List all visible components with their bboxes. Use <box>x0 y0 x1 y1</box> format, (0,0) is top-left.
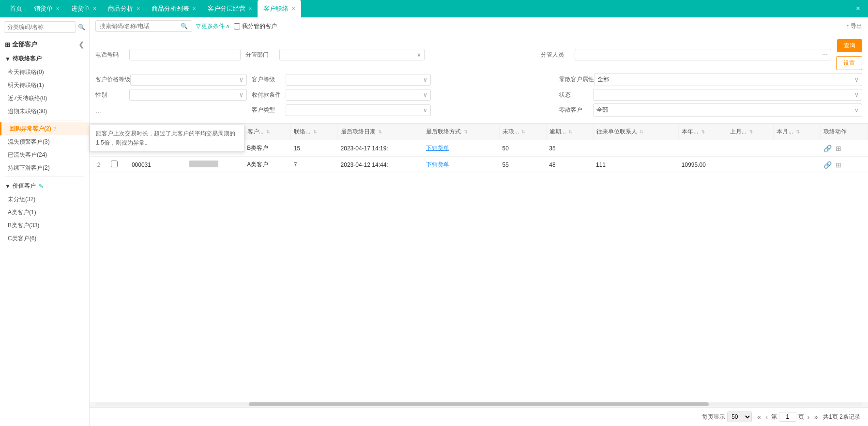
nav-purchase-order[interactable]: 进货单 × <box>65 0 103 17</box>
abnormal-info-icon[interactable]: ? <box>53 126 57 132</box>
value-customer-edit-icon[interactable]: ✎ <box>39 183 44 190</box>
row-2-last-method[interactable]: 下销货单 <box>423 157 500 173</box>
filter-search-icon[interactable]: 🔍 <box>181 23 188 29</box>
retail-customer-label: 零散客户 <box>559 106 593 114</box>
sidebar-divider-2 <box>5 176 84 177</box>
th-last-contact-method[interactable]: 最后联络方式 ⇅ <box>423 124 500 140</box>
nav-close-product-analysis[interactable]: × <box>137 5 140 12</box>
price-level-select[interactable]: ∨ <box>130 74 247 86</box>
nav-customer-tier[interactable]: 客户分层经营 × <box>202 0 258 17</box>
row-2-actions: 🔗 ⊞ <box>821 157 868 173</box>
sidebar-item-ungroup[interactable]: 未分组(32) <box>0 193 89 206</box>
content-area: 距客户上次交易时长，超过了此客户的平均交易周期的1.5倍，则视为异常。 🔍 ▽ … <box>90 17 868 426</box>
pg-page-label: 第 <box>771 413 777 421</box>
sidebar-item-class-b[interactable]: B类客户(33) <box>0 219 89 232</box>
more-dots-btn[interactable]: ... <box>95 106 102 115</box>
scrollbar-thumb[interactable] <box>249 402 709 406</box>
gender-select[interactable]: ∨ <box>129 89 247 101</box>
horizontal-scrollbar[interactable] <box>95 402 862 406</box>
sidebar-value-customer-group[interactable]: ▼ 价值客户 ✎ <box>0 179 89 193</box>
nav-close-sales[interactable]: × <box>56 5 60 12</box>
sort-icon-type: ⇅ <box>266 129 270 134</box>
filter-cell-retail-customer: 零散客户 全部 ∨ <box>559 103 862 117</box>
sidebar-pending-contact-group[interactable]: ▼ 待联络客户 <box>0 52 89 66</box>
row-1-last-method[interactable]: 下销货单 <box>423 140 500 157</box>
nav-close-customer-tier[interactable]: × <box>248 5 252 12</box>
sidebar-item-churned[interactable]: 已流失客户(24) <box>0 148 89 162</box>
row-2-no-contact: 55 <box>500 157 547 173</box>
per-page-select[interactable]: 50 20 100 <box>727 411 752 422</box>
set-button[interactable]: 设置 <box>836 56 862 70</box>
my-customers-checkbox[interactable] <box>234 23 240 29</box>
sidebar-item-class-a[interactable]: A类客户(1) <box>0 206 89 219</box>
status-select[interactable]: ∨ <box>593 89 862 101</box>
sidebar-item-7days[interactable]: 近7天待联络(0) <box>0 92 89 105</box>
branch-person-select[interactable]: ⋯ <box>575 49 831 60</box>
customer-level-select[interactable]: ∨ <box>286 74 431 86</box>
nav-product-analysis[interactable]: 商品分析 × <box>102 0 146 17</box>
sidebar-search-icon[interactable]: 🔍 <box>78 24 85 30</box>
payment-select[interactable]: ∨ <box>286 89 431 101</box>
branch-dept-select[interactable]: ∨ <box>279 49 425 60</box>
nav-close-customer-contact[interactable]: × <box>292 5 295 12</box>
gender-label: 性别 <box>95 91 129 99</box>
sort-icon-date: ⇅ <box>378 129 382 134</box>
export-icon: ↑ <box>846 23 849 29</box>
th-customer-type[interactable]: 客户... ⇅ <box>244 124 291 140</box>
sidebar-all-customers[interactable]: ⊞ 全部客户 ❮ <box>0 37 89 52</box>
nav-product-analysis-list[interactable]: 商品分析列表 × <box>146 0 202 17</box>
th-this-month[interactable]: 本月... ⇅ <box>774 124 821 140</box>
th-contact-person[interactable]: 往来单位联系人 ⇅ <box>593 124 679 140</box>
phone-label: 电话号码 <box>95 51 129 59</box>
row-1-grid-icon[interactable]: ⊞ <box>836 145 841 152</box>
pg-prev-btn[interactable]: ‹ <box>764 413 769 421</box>
row-2-link-icon[interactable]: 🔗 <box>823 161 832 169</box>
pg-page-input[interactable] <box>779 412 796 422</box>
sidebar-collapse-icon[interactable]: ❮ <box>78 41 84 48</box>
sidebar-item-churn-warning[interactable]: 流失预警客户(3) <box>0 135 89 148</box>
sidebar: 🔍 ⊞ 全部客户 ❮ ▼ 待联络客户 今天待联络(0) 明天待联络(1) 近7天… <box>0 17 90 426</box>
nav-close-product-analysis-list[interactable]: × <box>193 5 196 12</box>
pg-last-btn[interactable]: » <box>813 413 819 421</box>
row-2-last-date: 2023-04-12 14:44: <box>338 157 423 173</box>
pg-next-btn[interactable]: › <box>806 413 811 421</box>
phone-input[interactable] <box>129 49 241 60</box>
row-1-link-icon[interactable]: 🔗 <box>823 145 832 152</box>
filter-actions: 查询 设置 <box>836 39 862 70</box>
nav-close-purchase[interactable]: × <box>93 5 96 12</box>
retail-attr-select[interactable]: 全部 ∨ <box>594 73 862 86</box>
sidebar-item-class-c[interactable]: C类客户(6) <box>0 232 89 245</box>
nav-home[interactable]: 首页 <box>4 0 28 17</box>
sidebar-item-today[interactable]: 今天待联络(0) <box>0 66 89 79</box>
row-1-contact-count: 15 <box>291 140 338 157</box>
retail-customer-select[interactable]: 全部 ∨ <box>593 103 862 117</box>
sidebar-item-declining[interactable]: 持续下滑客户(2) <box>0 162 89 175</box>
sidebar-item-overdue[interactable]: 逾期未联络(30) <box>0 105 89 118</box>
filter-my-customers[interactable]: 我分管的客户 <box>234 22 277 30</box>
th-overdue[interactable]: 逾期... ⇅ <box>546 124 593 140</box>
window-close-button[interactable]: × <box>852 4 864 13</box>
row-2-grid-icon[interactable]: ⊞ <box>836 161 841 169</box>
th-no-contact-days[interactable]: 未联... ⇅ <box>500 124 547 140</box>
filter-search-input[interactable] <box>100 23 181 29</box>
export-button[interactable]: ↑ 导出 <box>846 22 862 30</box>
customer-type-select[interactable]: ∨ <box>286 104 431 116</box>
th-last-contact-date[interactable]: 最后联络日期 ⇅ <box>338 124 423 140</box>
sidebar-item-tomorrow[interactable]: 明天待联络(1) <box>0 79 89 92</box>
sidebar-item-abnormal[interactable]: 回购异常客户(2) ? <box>0 122 89 135</box>
price-level-chevron: ∨ <box>239 76 244 83</box>
row-2-checkbox[interactable] <box>111 161 118 167</box>
pg-first-btn[interactable]: « <box>756 413 762 421</box>
customer-level-label: 客户等级 <box>252 75 286 84</box>
filter-more-conditions[interactable]: ▽ 更多条件 ∧ <box>196 22 230 30</box>
filter-icon: ▽ <box>196 23 200 29</box>
payment-label: 收付款条件 <box>252 91 286 99</box>
sidebar-search-input[interactable] <box>4 21 76 33</box>
nav-sales-order[interactable]: 销货单 × <box>28 0 65 17</box>
th-this-year[interactable]: 本年... ⇅ <box>679 124 727 140</box>
row-2-this-month <box>774 157 821 173</box>
nav-customer-contact[interactable]: 客户联络 × <box>258 0 301 17</box>
th-contact-count[interactable]: 联络... ⇅ <box>291 124 338 140</box>
query-button[interactable]: 查询 <box>837 39 862 52</box>
th-last-month[interactable]: 上月... ⇅ <box>727 124 774 140</box>
